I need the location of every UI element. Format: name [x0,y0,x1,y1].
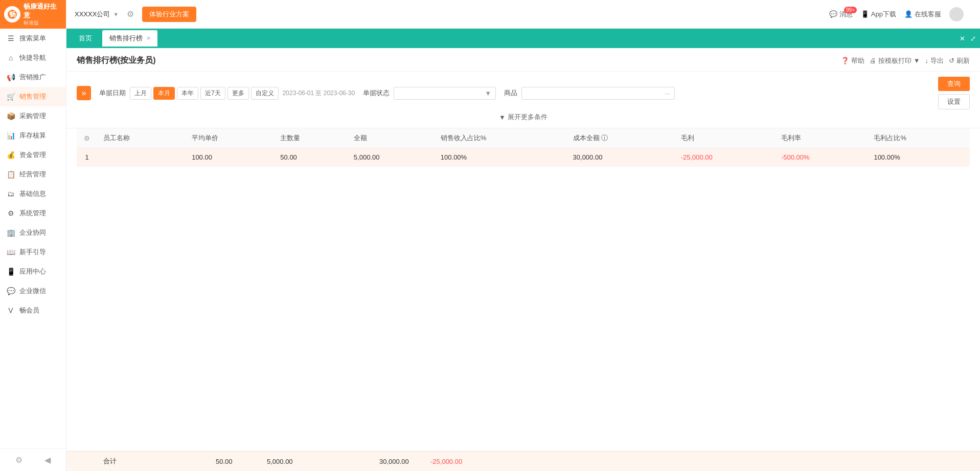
service-icon: 👤 [904,10,913,18]
app-icon: 📱 [861,10,869,18]
tab-close-icon[interactable]: × [147,35,150,42]
sidebar-label-apps: 应用中心 [19,267,46,276]
sidebar-item-search[interactable]: ☰搜索菜单 [0,29,66,48]
tab-close-all-icon[interactable]: ✕ [960,35,965,42]
sidebar-item-system[interactable]: ⚙系统管理 [0,204,66,223]
svg-text:畅: 畅 [9,10,16,18]
sidebar-icon-system: ⚙ [6,209,15,217]
date-quick-btns: 上月 本月 本年 近7天 更多 自定义 [130,87,279,100]
status-select-arrow: ▼ [485,89,491,97]
page-title: 销售排行榜(按业务员) [77,55,156,66]
tab-sales-ranking[interactable]: 销售排行榜 × [102,30,157,47]
sidebar-item-purchase[interactable]: 📦采购管理 [0,106,66,126]
tab-home[interactable]: 首页 [71,29,100,48]
sidebar-icon-inventory: 📊 [6,131,15,140]
app-download-btn[interactable]: 📱 App下载 [861,10,896,19]
sidebar-item-inventory[interactable]: 📊库存核算 [0,126,66,145]
col-main-qty: 主数量 [274,128,348,148]
template-arrow-icon: ▼ [914,57,920,64]
page-header: 销售排行榜(按业务员) ❓ 帮助 🖨 按模板打印 ▼ ↓ 导出 ↺ 刷新 [66,48,980,72]
sidebar-icon-enterprise: 🏢 [6,229,15,237]
sidebar-label-system: 系统管理 [19,209,46,218]
filter-status-field: 单据状态 ▼ [363,87,496,100]
company-selector[interactable]: XXXXX公司 ▼ [75,10,119,19]
date-btn-custom[interactable]: 自定义 [251,87,279,100]
cell-main-qty: 50.00 [274,148,348,167]
company-name: XXXXX公司 [75,10,110,19]
table-settings-icon[interactable]: ⚙ [84,134,90,142]
footer-total-label: 合计 [97,457,158,466]
sidebar-item-finance[interactable]: 💰资金管理 [0,145,66,165]
logo-title: 畅康通好生意 [24,3,62,20]
search-btn[interactable]: 查询 [938,77,970,91]
setting-btn[interactable]: 设置 [938,94,970,109]
logo: 畅 畅康通好生意 标准版 [0,0,66,29]
sidebar-icon-search: ☰ [6,34,15,42]
sidebar-item-basic[interactable]: 🗂基础信息 [0,184,66,204]
date-btn-last-month[interactable]: 上月 [130,87,151,100]
goods-label: 商品 [504,88,517,98]
cell-sales-ratio: 100.00% [435,148,567,167]
filter-bar: » 单据日期 上月 本月 本年 近7天 更多 自定义 2023-06-01 至 … [66,72,980,128]
collapse-icon[interactable]: ◀ [42,453,53,467]
col-total: 全额 [348,128,435,148]
expand-more-btn[interactable]: ▼ 展开更多条件 [499,113,548,122]
sidebar-label-guide: 新手引导 [19,248,46,257]
sidebar-item-sales[interactable]: 🛒销售管理 [0,87,66,106]
date-btn-this-year[interactable]: 本年 [177,87,198,100]
help-label: 帮助 [851,56,864,65]
logo-sub: 标准版 [24,19,62,26]
col-avg-price: 平均单价 [186,128,274,148]
topbar: XXXXX公司 ▼ ⚙ 体验行业方案 💬 消息 99+ 📱 App下载 👤 在线… [66,0,980,29]
date-btn-this-month[interactable]: 本月 [153,87,175,100]
cell-gross: -25,000.00 [675,148,775,167]
online-service-btn[interactable]: 👤 在线客服 [904,10,941,19]
service-label: 在线客服 [915,10,941,19]
sidebar-item-member[interactable]: V畅会员 [0,301,66,320]
help-btn[interactable]: ❓ 帮助 [841,56,864,65]
sidebar-item-shortcut[interactable]: ⌂快捷导航 [0,48,66,68]
template-print-btn[interactable]: 🖨 按模板打印 ▼ [870,56,920,65]
sidebar-item-enterprise[interactable]: 🏢企业协同 [0,223,66,242]
topbar-gear-icon[interactable]: ⚙ [127,9,134,19]
sidebar-icon-apps: 📱 [6,267,15,276]
col-cost: 成本全额 ⓘ [567,128,675,148]
expand-label: 展开更多条件 [508,113,548,122]
settings-icon[interactable]: ⚙ [13,453,25,467]
col-gross: 毛利 [675,128,775,148]
main-area: XXXXX公司 ▼ ⚙ 体验行业方案 💬 消息 99+ 📱 App下载 👤 在线… [66,0,980,471]
sidebar-icon-member: V [6,306,15,315]
status-select[interactable]: ▼ [394,87,496,100]
goods-more-icon[interactable]: ··· [665,89,670,97]
table-row: 1 100.00 50.00 5,000.00 100.00% 30,000.0… [77,148,970,167]
footer-cost-amount: 30,000.00 [373,458,424,465]
date-btn-7days[interactable]: 近7天 [200,87,225,100]
sidebar-item-apps[interactable]: 📱应用中心 [0,262,66,281]
refresh-btn[interactable]: ↺ 刷新 [949,56,970,65]
cell-avg-price: 100.00 [186,148,274,167]
topbar-right: 💬 消息 99+ 📱 App下载 👤 在线客服 [829,7,972,21]
sidebar-item-operations[interactable]: 📋经营管理 [0,165,66,184]
tab-expand-icon[interactable]: ⤢ [970,35,976,42]
sidebar-label-inventory: 库存核算 [19,131,46,140]
filter-toggle-btn[interactable]: » [77,86,91,100]
goods-select[interactable]: ··· [521,87,675,100]
sidebar-label-search: 搜索菜单 [19,34,46,43]
message-icon: 💬 [829,10,837,18]
avatar[interactable] [949,7,964,21]
data-table: ⚙ 员工名称 平均单价 主数量 全额 销售收入占比% 成本全额 ⓘ 毛利 毛利率… [77,128,970,167]
date-btn-more[interactable]: 更多 [227,87,249,100]
message-btn[interactable]: 💬 消息 99+ [829,10,853,19]
sidebar-item-guide[interactable]: 📖新手引导 [0,242,66,262]
export-icon: ↓ [925,57,929,64]
footer-gross-profit: -25,000.00 [424,458,475,465]
table-footer: 合计 50.00 5,000.00 30,000.00 -25,000.00 [66,451,980,471]
sidebar-item-marketing[interactable]: 📢营销推广 [0,68,66,87]
message-badge: 99+ [844,7,857,13]
export-label: 导出 [930,56,944,65]
tabbar-right: ✕ ⤢ [960,35,976,42]
sidebar-item-wechat[interactable]: 💬企业微信 [0,281,66,301]
trial-btn[interactable]: 体验行业方案 [142,7,196,22]
export-btn[interactable]: ↓ 导出 [925,56,944,65]
sidebar-icon-wechat: 💬 [6,287,15,295]
